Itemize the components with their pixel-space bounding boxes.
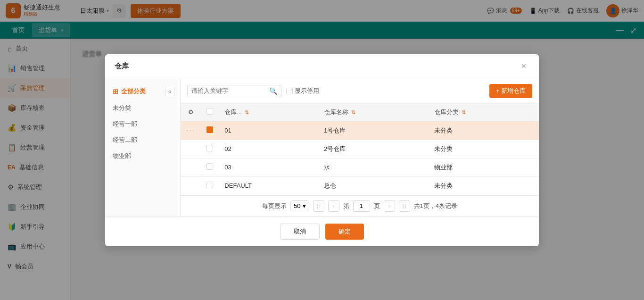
table-row[interactable]: 02 2号仓库 未分类 bbox=[181, 140, 539, 158]
per-page-label: 每页显示 bbox=[262, 202, 287, 210]
row-check-cell-2 bbox=[201, 140, 219, 158]
cancel-button[interactable]: 取消 bbox=[280, 224, 320, 240]
sort-name-icon[interactable]: ⇅ bbox=[351, 109, 355, 115]
row-check-cell-3 bbox=[201, 158, 219, 176]
row-gear-cell-2 bbox=[181, 140, 201, 158]
sort-category-icon[interactable]: ⇅ bbox=[462, 109, 466, 115]
warehouse-table: ⚙ 仓库... ⇅ 仓库名称 bbox=[181, 103, 539, 195]
row-gear-cell-4 bbox=[181, 176, 201, 195]
row-checkbox-4[interactable] bbox=[206, 182, 213, 188]
row-actions-icon[interactable]: ··· bbox=[186, 126, 195, 134]
page-unit-label: 页 bbox=[374, 202, 380, 210]
row-category-2: 未分类 bbox=[429, 140, 539, 158]
grid-icon: ⊞ bbox=[113, 88, 118, 95]
modal-toolbar: 🔍 显示停用 + 新增仓库 bbox=[181, 79, 539, 103]
all-categories-label: 全部分类 bbox=[121, 87, 146, 96]
table-pagination: 每页显示 50 ▾ ⟨⟨ ‹ 第 页 › ⟩⟩ 共1页，4条记录 bbox=[181, 195, 539, 217]
page-size-select[interactable]: 50 ▾ bbox=[290, 200, 309, 211]
row-category-3: 物业部 bbox=[429, 158, 539, 176]
page-last-button[interactable]: ⟩⟩ bbox=[399, 200, 410, 212]
page-size-arrow: ▾ bbox=[303, 202, 306, 209]
row-code-4: DEFAULT bbox=[219, 176, 318, 195]
warehouse-modal: 仓库 × ⊞ 全部分类 « 未分类 经营一部 经营二部 物业部 bbox=[105, 54, 539, 246]
show-disabled-checkbox[interactable] bbox=[286, 88, 293, 94]
sort-code-icon[interactable]: ⇅ bbox=[245, 109, 249, 115]
col-header-check bbox=[201, 103, 219, 122]
category-ops2[interactable]: 经营二部 bbox=[105, 132, 180, 148]
row-code-2: 02 bbox=[219, 140, 318, 158]
col-header-category: 仓库分类 ⇅ bbox=[429, 103, 539, 122]
search-box: 🔍 bbox=[187, 85, 281, 97]
row-check-cell-4 bbox=[201, 176, 219, 195]
show-disabled-label: 显示停用 bbox=[295, 87, 319, 95]
col-header-code: 仓库... ⇅ bbox=[219, 103, 318, 122]
modal-body: ⊞ 全部分类 « 未分类 经营一部 经营二部 物业部 🔍 bbox=[105, 79, 539, 217]
table-body: ··· 01 1号仓库 未分类 bbox=[181, 121, 539, 195]
collapse-icon: « bbox=[168, 88, 172, 95]
page-size-value: 50 bbox=[294, 202, 300, 209]
search-icon[interactable]: 🔍 bbox=[269, 87, 277, 95]
page-label-no: 第 bbox=[343, 202, 349, 210]
table-row[interactable]: ··· 01 1号仓库 未分类 bbox=[181, 121, 539, 140]
all-categories-header[interactable]: ⊞ 全部分类 « bbox=[105, 83, 180, 100]
row-category-1: 未分类 bbox=[429, 121, 539, 140]
table-head: ⚙ 仓库... ⇅ 仓库名称 bbox=[181, 103, 539, 122]
row-name-1: 1号仓库 bbox=[318, 121, 429, 140]
page-number-input[interactable] bbox=[353, 200, 370, 212]
row-gear-cell-3 bbox=[181, 158, 201, 176]
confirm-button[interactable]: 确定 bbox=[325, 224, 364, 240]
row-code-1: 01 bbox=[219, 121, 318, 140]
search-input[interactable] bbox=[191, 87, 269, 94]
modal-actions: 取消 确定 bbox=[105, 217, 539, 246]
col-code-label: 仓库... bbox=[224, 108, 242, 116]
category-ops1[interactable]: 经营一部 bbox=[105, 116, 180, 132]
row-code-3: 03 bbox=[219, 158, 318, 176]
page-first-button[interactable]: ⟨⟨ bbox=[313, 200, 324, 212]
add-warehouse-button[interactable]: + 新增仓库 bbox=[489, 84, 532, 98]
row-gear-cell: ··· bbox=[181, 121, 201, 140]
row-checkbox-2[interactable] bbox=[206, 145, 213, 151]
row-checkbox-1[interactable] bbox=[206, 126, 213, 133]
table-row[interactable]: 03 水 物业部 bbox=[181, 158, 539, 176]
sidebar-collapse-button[interactable]: « bbox=[165, 87, 174, 96]
category-unclassified[interactable]: 未分类 bbox=[105, 100, 180, 116]
page-next-button[interactable]: › bbox=[384, 200, 395, 212]
col-header-name: 仓库名称 ⇅ bbox=[318, 103, 429, 122]
row-name-4: 总仓 bbox=[318, 176, 429, 195]
modal-content-area: 🔍 显示停用 + 新增仓库 ⚙ bbox=[181, 79, 539, 217]
select-all-checkbox[interactable] bbox=[206, 108, 213, 115]
table-row[interactable]: DEFAULT 总仓 未分类 bbox=[181, 176, 539, 195]
warehouse-table-wrapper: ⚙ 仓库... ⇅ 仓库名称 bbox=[181, 103, 539, 195]
row-category-4: 未分类 bbox=[429, 176, 539, 195]
modal-close-button[interactable]: × bbox=[518, 61, 529, 72]
modal-title: 仓库 bbox=[115, 62, 129, 71]
category-property[interactable]: 物业部 bbox=[105, 148, 180, 164]
row-name-3: 水 bbox=[318, 158, 429, 176]
modal-header: 仓库 × bbox=[105, 54, 539, 79]
col-category-label: 仓库分类 bbox=[434, 108, 459, 116]
page-prev-button[interactable]: ‹ bbox=[328, 200, 339, 212]
gear-col-icon[interactable]: ⚙ bbox=[188, 108, 194, 116]
modal-category-sidebar: ⊞ 全部分类 « 未分类 经营一部 经营二部 物业部 bbox=[105, 79, 181, 217]
col-name-label: 仓库名称 bbox=[324, 108, 348, 116]
row-check-cell-1 bbox=[201, 121, 219, 140]
col-header-gear: ⚙ bbox=[181, 103, 201, 122]
total-info: 共1页，4条记录 bbox=[414, 202, 457, 210]
row-name-2: 2号仓库 bbox=[318, 140, 429, 158]
modal-overlay: 仓库 × ⊞ 全部分类 « 未分类 经营一部 经营二部 物业部 bbox=[0, 0, 644, 300]
row-checkbox-3[interactable] bbox=[206, 163, 213, 170]
show-disabled-checkbox-label[interactable]: 显示停用 bbox=[286, 87, 319, 95]
table-header-row: ⚙ 仓库... ⇅ 仓库名称 bbox=[181, 103, 539, 122]
